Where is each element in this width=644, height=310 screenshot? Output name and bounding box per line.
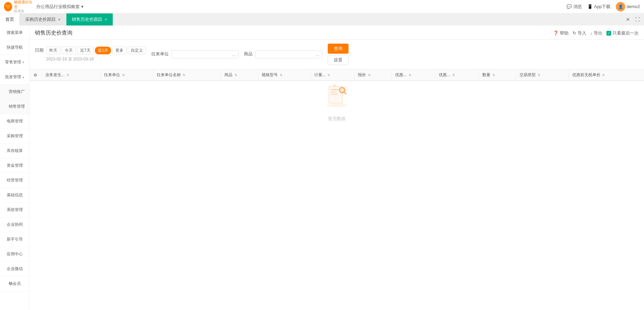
app-download-btn[interactable]: 📱 App下载 — [587, 4, 610, 10]
sidebar-item-retail[interactable]: 零售管理 ▾ — [0, 55, 29, 70]
goods-input-wrap[interactable]: ... — [255, 50, 322, 58]
sort-icon: ⇅ — [452, 73, 455, 77]
date-btn-7days[interactable]: 近7天 — [77, 47, 94, 54]
sidebar-item-inventory[interactable]: 库存核算 — [0, 144, 29, 158]
goods-input[interactable] — [258, 52, 314, 57]
sidebar-item-sales-mgmt[interactable]: 销售管理 — [0, 99, 29, 114]
message-icon: 💬 — [567, 4, 572, 9]
empty-illustration — [320, 81, 354, 108]
table-col-trade-type[interactable]: 交易类型 ⇅ — [516, 69, 569, 81]
date-filter-label: 日期 — [35, 47, 44, 53]
partner-dots[interactable]: ... — [232, 52, 236, 57]
sidebar-item-search[interactable]: 搜索菜单 — [0, 25, 29, 40]
table-container: ⚙ 业务发生... ⇅ 往来单位 ⇅ 往来单位名称 ⇅ — [30, 69, 644, 310]
table-col-spec[interactable]: 规格型号 ⇅ — [258, 69, 311, 81]
svg-rect-3 — [331, 89, 338, 90]
table-header-row: ⚙ 业务发生... ⇅ 往来单位 ⇅ 往来单位名称 ⇅ — [30, 69, 644, 81]
sidebar-item-purchase[interactable]: 采购管理 — [0, 129, 29, 144]
tab-purchase-close[interactable]: ✕ — [58, 17, 61, 22]
sidebar-item-ecommerce[interactable]: 电商管理 — [0, 114, 29, 129]
tab-purchase[interactable]: 采购历史价跟踪 ✕ — [20, 13, 66, 25]
sort-icon: ⇅ — [492, 73, 495, 77]
sidebar-item-operations[interactable]: 经营管理 — [0, 173, 29, 188]
sidebar-item-system[interactable]: 系统管理 — [0, 203, 29, 217]
table-col-quote[interactable]: 报价 ⇅ — [355, 69, 392, 81]
tab-close-all-btn[interactable]: ✕ — [625, 15, 631, 23]
table-col-discount2[interactable]: 优惠... ⇅ — [435, 69, 479, 81]
only-last-label: 只看最后一次 — [612, 30, 639, 36]
sidebar-item-wechat[interactable]: 企业微信 — [0, 262, 29, 276]
sidebar-wechat-label: 企业微信 — [7, 266, 23, 272]
svg-point-9 — [334, 85, 335, 86]
empty-state: 暂无数据 — [30, 81, 644, 122]
table-col-quantity[interactable]: 数量 ⇅ — [479, 69, 516, 81]
partner-input[interactable] — [174, 52, 230, 57]
sidebar-item-base[interactable]: 基础信息 — [0, 188, 29, 203]
tab-fullscreen-btn[interactable]: ⛶ — [634, 15, 641, 23]
partner-input-wrap[interactable]: ... — [171, 50, 238, 58]
sort-icon: ⇅ — [368, 73, 371, 77]
date-btn-1month[interactable]: 近1月 — [95, 47, 111, 54]
table-col-biz-date[interactable]: 业务发生... ⇅ — [42, 69, 101, 81]
table-col-settings[interactable]: ⚙ — [30, 69, 42, 81]
export-label: 导出 — [594, 30, 602, 36]
sidebar-item-enterprise[interactable]: 企业协同 — [0, 217, 29, 232]
sidebar-inventory-label: 库存核算 — [7, 148, 23, 154]
sidebar-enterprise-label: 企业协同 — [7, 222, 23, 227]
tab-home[interactable]: 首页 — [0, 13, 20, 25]
goods-filter-group: 商品 ... — [244, 50, 322, 58]
help-btn[interactable]: ❓ 帮助 — [553, 30, 569, 36]
table-col-pretax-price[interactable]: 优惠前无税单价 ⇅ — [569, 69, 644, 81]
avatar: 👤 — [616, 2, 625, 11]
sidebar-item-guide[interactable]: 新手引导 — [0, 232, 29, 247]
sidebar-item-member[interactable]: 畅会员 — [0, 276, 29, 291]
goods-dots[interactable]: ... — [316, 52, 320, 57]
filter-area: 日期 昨天 今天 近7天 近1月 更多 自定义 2023-02-18 至 202… — [30, 40, 644, 69]
export-btn[interactable]: ↓ 导出 — [590, 30, 603, 36]
sort-icon: ⇅ — [280, 73, 282, 77]
import-icon: ↻ — [573, 31, 576, 36]
svg-point-0 — [327, 104, 347, 107]
query-btn[interactable]: 查询 — [328, 44, 348, 54]
user-menu[interactable]: 👤 demo2 — [616, 2, 640, 11]
sidebar-operations-label: 经营管理 — [7, 177, 23, 183]
sidebar-finance-label: 资金管理 — [7, 163, 23, 168]
message-btn[interactable]: 💬 消息 — [567, 4, 582, 10]
date-btn-custom[interactable]: 自定义 — [128, 47, 146, 54]
table-col-discount1[interactable]: 优惠... ⇅ — [392, 69, 435, 81]
tab-sales[interactable]: 销售历史价跟踪 ✕ — [66, 13, 113, 25]
svg-point-10 — [345, 87, 346, 88]
date-btn-yesterday[interactable]: 昨天 — [46, 47, 60, 54]
tab-purchase-label: 采购历史价跟踪 — [25, 16, 56, 22]
top-header: 🧡 畅捷通好生意 标准版 办公用品行业模拟账套 ▾ 💬 消息 📱 App下载 👤… — [0, 0, 644, 13]
sort-icon: ⇅ — [409, 73, 411, 77]
settings-btn[interactable]: 设置 — [328, 55, 348, 65]
sidebar-item-wholesale[interactable]: 批发管理 ▴ — [0, 70, 29, 85]
sidebar-item-marketing[interactable]: 营销推广 — [0, 85, 29, 99]
import-btn[interactable]: ↻ 导入 — [573, 30, 586, 36]
page-content: 销售历史价查询 ❓ 帮助 ↻ 导入 ↓ 导出 ✓ — [30, 25, 644, 310]
page-header: 销售历史价查询 ❓ 帮助 ↻ 导入 ↓ 导出 ✓ — [30, 25, 644, 40]
empty-text: 暂无数据 — [328, 116, 345, 122]
table-col-goods[interactable]: 商品 ⇅ — [221, 69, 258, 81]
sidebar-item-quicknav[interactable]: 快捷导航 — [0, 40, 29, 55]
content-area: 销售历史价查询 ❓ 帮助 ↻ 导入 ↓ 导出 ✓ — [30, 25, 644, 310]
app-label: App下载 — [594, 4, 610, 10]
sidebar-item-apps[interactable]: 应用中心 — [0, 247, 29, 262]
table-col-unit[interactable]: 计量... ⇅ — [311, 69, 355, 81]
company-dropdown[interactable]: 办公用品行业模拟账套 ▾ — [36, 4, 564, 10]
logo-icon: 🧡 — [4, 2, 12, 11]
only-last-checkbox[interactable]: ✓ 只看最后一次 — [606, 30, 639, 36]
table-col-partner-name[interactable]: 往来单位名称 ⇅ — [153, 69, 221, 81]
data-table: ⚙ 业务发生... ⇅ 往来单位 ⇅ 往来单位名称 ⇅ — [30, 69, 644, 81]
sidebar-purchase-label: 采购管理 — [7, 133, 23, 139]
partner-filter-group: 往来单位 ... — [151, 50, 238, 58]
sidebar-wholesale-label: 批发管理 — [5, 74, 21, 80]
tab-sales-close[interactable]: ✕ — [104, 17, 107, 22]
date-btn-today[interactable]: 今天 — [62, 47, 76, 54]
sidebar-item-finance[interactable]: 资金管理 — [0, 158, 29, 173]
table-col-partner-code[interactable]: 往来单位 ⇅ — [101, 69, 153, 81]
date-btn-more[interactable]: 更多 — [112, 47, 126, 54]
export-icon: ↓ — [590, 31, 593, 36]
company-name: 办公用品行业模拟账套 — [36, 4, 80, 10]
